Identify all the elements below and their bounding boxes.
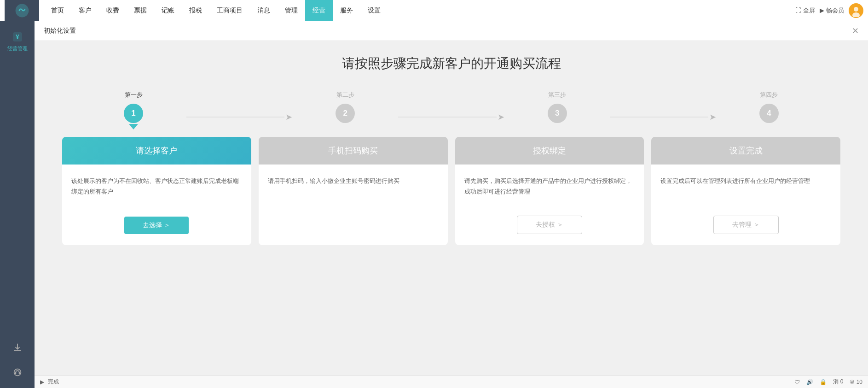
- step-4: 第四步 4: [716, 91, 822, 123]
- app-logo: [5, 0, 39, 21]
- card-4-button[interactable]: 去管理 ＞: [713, 216, 779, 234]
- card-4: 设置完成 设置完成后可以在管理列表进行所有企业用户的经营管理 去管理 ＞: [651, 137, 840, 245]
- member-label: 畅会员: [826, 6, 844, 15]
- clock-count: ⑩ 10: [850, 379, 862, 385]
- setup-main-title: 请按照步骤完成新客户的开通购买流程: [53, 55, 850, 72]
- step-3-label: 第三步: [548, 91, 566, 99]
- lock-icon: 🔒: [820, 379, 827, 385]
- step-2-circle: 2: [336, 104, 355, 123]
- play-icon: ▶: [820, 7, 824, 14]
- headset-icon: [11, 366, 24, 379]
- content-area: 初始化设置 ✕ 请按照步骤完成新客户的开通购买流程 第一步 1 ➤: [35, 21, 868, 388]
- card-3-body: 请先购买，购买后选择开通的产品中的企业用户进行授权绑定，成功后即可进行经营管理: [455, 165, 644, 208]
- nav-home[interactable]: 首页: [44, 0, 71, 21]
- fullscreen-icon: ⛶: [795, 7, 801, 14]
- fullscreen-label: 全屏: [803, 6, 815, 15]
- nav-right-section: ⛶ 全屏 ▶ 畅会员: [795, 3, 863, 18]
- status-bar: ▶ 完成 🛡 🔊 🔒 消 0 ⑩ 10: [35, 375, 868, 388]
- sidebar-item-operation[interactable]: ¥ 经营管理: [0, 26, 35, 57]
- step-4-circle: 4: [759, 104, 779, 123]
- card-1: 请选择客户 该处展示的客户为不在回收站、客户状态正常建账后完成老板端绑定的所有客…: [62, 137, 251, 245]
- sidebar-bottom: [0, 336, 35, 383]
- sidebar-item-label: 经营管理: [7, 45, 28, 52]
- card-3-header: 授权绑定: [455, 137, 644, 165]
- sidebar-download[interactable]: [0, 336, 35, 359]
- card-3-button[interactable]: 去授权 ＞: [517, 216, 582, 234]
- connector-2: ➤: [398, 112, 504, 122]
- nav-operation[interactable]: 经营: [305, 0, 333, 21]
- member-button[interactable]: ▶ 畅会员: [820, 6, 844, 15]
- close-button[interactable]: ✕: [852, 26, 859, 36]
- svg-text:¥: ¥: [16, 33, 19, 41]
- card-3-footer: 去授权 ＞: [455, 208, 644, 245]
- steps-timeline: 第一步 1 ➤ 第二步 2 ➤: [53, 91, 850, 129]
- nav-business[interactable]: 工商项目: [209, 0, 250, 21]
- nav-message[interactable]: 消息: [250, 0, 278, 21]
- status-text: 完成: [48, 378, 59, 386]
- yen-icon: ¥: [11, 30, 24, 43]
- sidebar: ¥ 经营管理: [0, 21, 35, 388]
- card-2: 手机扫码购买 请用手机扫码，输入小微企业主账号密码进行购买: [259, 137, 448, 245]
- connector-3: ➤: [610, 112, 716, 122]
- step-3: 第三步 3: [504, 91, 610, 123]
- step-2: 第二步 2: [292, 91, 398, 123]
- shield-status-icon: 🛡: [794, 379, 800, 385]
- volume-icon: 🔊: [806, 379, 813, 385]
- card-4-footer: 去管理 ＞: [651, 208, 840, 245]
- svg-rect-8: [15, 372, 16, 374]
- step-1-label: 第一步: [125, 91, 143, 99]
- step-2-label: 第二步: [336, 91, 354, 99]
- card-2-footer: [259, 227, 448, 245]
- nav-account[interactable]: 记账: [154, 0, 182, 21]
- card-1-header: 请选择客户: [62, 137, 251, 165]
- cards-row: 请选择客户 该处展示的客户为不在回收站、客户状态正常建账后完成老板端绑定的所有客…: [62, 137, 840, 245]
- nav-fee[interactable]: 收费: [99, 0, 127, 21]
- card-2-body: 请用手机扫码，输入小微企业主账号密码进行购买: [259, 165, 448, 227]
- card-3: 授权绑定 请先购买，购买后选择开通的产品中的企业用户进行授权绑定，成功后即可进行…: [455, 137, 644, 245]
- step-1: 第一步 1: [81, 91, 186, 129]
- main-layout: ¥ 经营管理: [0, 21, 868, 388]
- step-1-pointer: [129, 124, 138, 129]
- card-4-body: 设置完成后可以在管理列表进行所有企业用户的经营管理: [651, 165, 840, 208]
- nav-manage[interactable]: 管理: [278, 0, 305, 21]
- nav-invoice[interactable]: 票据: [127, 0, 154, 21]
- download-icon: [11, 341, 24, 354]
- sidebar-support[interactable]: [0, 361, 35, 383]
- svg-rect-9: [18, 372, 20, 374]
- step-4-label: 第四步: [760, 91, 778, 99]
- card-1-footer: 去选择 ＞: [62, 209, 251, 245]
- top-navigation: 首页 客户 收费 票据 记账 报税 工商项目 消息 管理 经营 服务 设置 ⛶ …: [0, 0, 868, 21]
- play-status-icon: ▶: [40, 379, 44, 385]
- message-count: 消 0: [833, 378, 843, 386]
- nav-tax[interactable]: 报税: [182, 0, 209, 21]
- step-1-circle: 1: [124, 104, 143, 123]
- nav-service[interactable]: 服务: [333, 0, 360, 21]
- connector-1: ➤: [186, 112, 292, 122]
- nav-customer[interactable]: 客户: [71, 0, 99, 21]
- svg-point-2: [854, 7, 858, 12]
- step-3-circle: 3: [548, 104, 567, 123]
- card-2-header: 手机扫码购买: [259, 137, 448, 165]
- nav-items: 首页 客户 收费 票据 记账 报税 工商项目 消息 管理 经营 服务 设置: [39, 0, 795, 21]
- status-left: ▶ 完成: [40, 378, 59, 386]
- svg-rect-6: [14, 350, 21, 351]
- setup-content: 请按照步骤完成新客户的开通购买流程 第一步 1 ➤ 第二步 2: [35, 41, 868, 375]
- status-right: 🛡 🔊 🔒 消 0 ⑩ 10: [794, 378, 862, 386]
- nav-settings[interactable]: 设置: [360, 0, 388, 21]
- content-header: 初始化设置 ✕: [35, 21, 868, 41]
- card-1-button[interactable]: 去选择 ＞: [124, 217, 189, 234]
- card-1-body: 该处展示的客户为不在回收站、客户状态正常建账后完成老板端绑定的所有客户: [62, 165, 251, 209]
- card-4-header: 设置完成: [651, 137, 840, 165]
- fullscreen-button[interactable]: ⛶ 全屏: [795, 6, 815, 15]
- user-avatar[interactable]: [849, 3, 863, 18]
- page-title: 初始化设置: [44, 27, 76, 35]
